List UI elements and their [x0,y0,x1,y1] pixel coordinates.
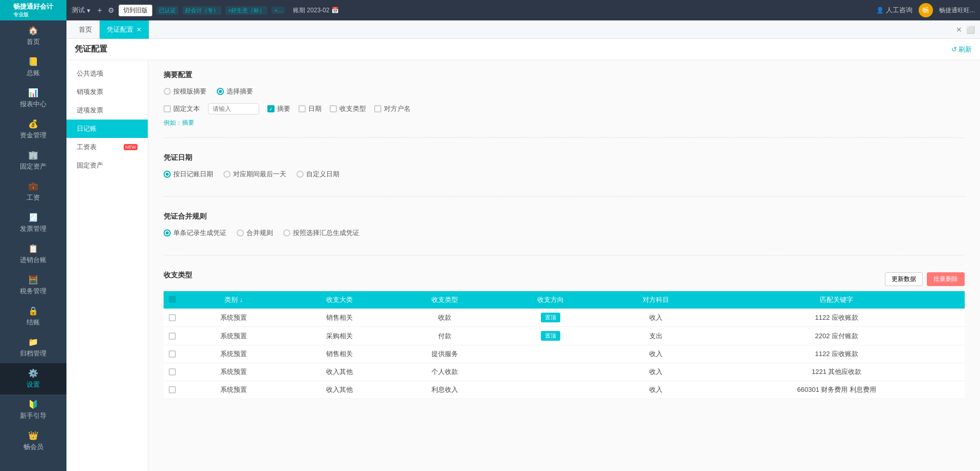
radio-aggregate-circle [283,229,290,237]
add-icon[interactable]: ＋ [96,5,104,16]
row-checkbox-box-3[interactable] [169,350,176,358]
checkbox-income-type[interactable]: 收支类型 [330,104,366,113]
radio-journal-date-label: 按日记账日期 [173,170,213,179]
example-text: 例如：摘要 [164,119,965,127]
tab-home[interactable]: 首页 [72,20,100,39]
sidebar-item-reports[interactable]: 📊 报表中心 [0,83,66,114]
row-checkbox-box-5[interactable] [169,386,176,393]
row-checkbox-4[interactable] [164,363,181,381]
radio-template-summary[interactable]: 按模版摘要 [164,87,207,96]
table-row: 系统预置 采购相关 付款 置顶 支出 2202 应付账款 [164,327,965,345]
radio-merge-rule[interactable]: 合并规则 [237,228,273,238]
radio-select-circle [217,88,224,95]
sidebar-item-home[interactable]: 🏠 首页 [0,20,66,52]
row-checkbox-box-1[interactable] [169,314,176,321]
left-nav-fixed-assets[interactable]: 固定资产 [66,156,148,175]
tag-btn-1[interactable]: 置顶 [541,313,560,322]
tab-close-icon[interactable]: ✕ [136,26,142,33]
row-checkbox-2[interactable] [164,327,181,345]
sidebar-item-settle[interactable]: 🔒 结账 [0,301,66,332]
sidebar-item-member[interactable]: 👑 畅会员 [0,426,66,457]
sidebar-item-archive[interactable]: 📁 归档管理 [0,332,66,363]
row-tag-5 [497,381,603,399]
tag-btn-2[interactable]: 置顶 [541,331,560,341]
radio-merge-rule-label: 合并规则 [246,228,273,238]
left-nav-purchase-invoice[interactable]: 进项发票 [66,101,148,120]
sidebar-item-funds[interactable]: 💰 资金管理 [0,114,66,145]
table-header-row: 类别 ↓ 收支大类 收支类型 收支方向 对方科目 匹配关键字 [164,291,965,309]
header-checkbox-cell[interactable] [164,291,181,309]
checkbox-summary[interactable]: ✓ 摘要 [267,104,290,113]
sidebar-item-ledger[interactable]: 📒 总账 [0,52,66,83]
settle-icon: 🔒 [28,306,38,316]
left-nav-journal[interactable]: 日记账 [66,120,148,138]
checkbox-fixed-text[interactable]: 固定文本 [164,104,200,113]
row-checkbox-5[interactable] [164,381,181,399]
income-expense-section: 收支类型 更新数据 批量删除 类别 ↓ [164,271,965,409]
sidebar-label-guide: 新手引导 [20,411,47,420]
row-checkbox-3[interactable] [164,345,181,363]
funds-icon: 💰 [28,119,38,129]
sidebar-label-tax: 税务管理 [20,287,47,296]
purchase-icon: 📋 [28,244,38,253]
batch-delete-button[interactable]: 批量删除 [927,272,965,286]
sidebar-item-salary[interactable]: 💼 工资 [0,176,66,207]
row-direction-2: 支出 [603,327,709,345]
gear-icon[interactable]: ⚙ [108,6,115,14]
radio-period-last-day[interactable]: 对应期间最后一天 [223,170,286,179]
sidebar-item-tax[interactable]: 🧮 税务管理 [0,270,66,301]
row-category-5: 系统预置 [181,381,286,399]
topbar: 畅捷通好会计 专业版 测试 ▾ ＋ ⚙ 切到旧版 已认证 好会计（专） +好生意… [0,0,980,20]
sidebar-label-settle: 结账 [27,318,40,327]
checkbox-counterparty[interactable]: 对方户名 [374,104,411,113]
row-category-4: 系统预置 [181,363,286,381]
sidebar-label-member: 畅会员 [24,442,43,452]
sidebar-item-settings[interactable]: ⚙️ 设置 [0,363,66,394]
header-checkbox[interactable] [169,296,176,303]
sidebar-label-ledger: 总账 [27,68,40,78]
more-tag: +... [271,7,285,14]
haokuaiji-tag: 好会计（专） [183,6,221,15]
row-checkbox-box-2[interactable] [169,333,176,340]
left-nav-fixed-assets-label: 固定资产 [77,161,103,170]
left-nav-sales-invoice[interactable]: 销项发票 [66,83,148,101]
tax-icon: 🧮 [28,275,38,285]
archive-icon: 📁 [28,337,38,347]
refresh-button[interactable]: ↺ 刷新 [951,45,972,54]
checkbox-date[interactable]: 日期 [299,104,322,113]
settings-icon: ⚙️ [28,368,38,378]
consulting-btn[interactable]: 👤 人工咨询 [876,6,913,15]
avatar[interactable]: 畅 [919,3,933,17]
radio-custom-date[interactable]: 自定义日期 [297,170,339,179]
tab-voucher-config[interactable]: 凭证配置 ✕ [100,20,149,39]
row-major-type-5: 收入其他 [286,381,392,399]
row-checkbox-box-4[interactable] [169,368,176,375]
left-nav-payroll[interactable]: 工资表 NEW [66,138,148,156]
sidebar-item-purchase-sales[interactable]: 📋 进销台账 [0,239,66,270]
tab-maximize-button[interactable]: ⬜ [966,26,975,34]
radio-period-last-day-circle [223,171,231,178]
radio-journal-date[interactable]: 按日记账日期 [164,170,213,179]
radio-merge-rule-circle [237,229,244,237]
sidebar-item-guide[interactable]: 🔰 新手引导 [0,394,66,426]
topbar-dropdown-icon[interactable]: ▾ [87,7,90,14]
merge-rules-title: 凭证合并规则 [164,212,965,221]
tab-minimize-button[interactable]: ✕ [956,26,962,34]
switch-version-button[interactable]: 切到旧版 [119,5,152,16]
row-checkbox-1[interactable] [164,309,181,327]
update-data-button[interactable]: 更新数据 [885,272,923,286]
radio-single-record[interactable]: 单条记录生成凭证 [164,228,226,238]
row-type-2: 付款 [392,327,497,345]
income-expense-table: 类别 ↓ 收支大类 收支类型 收支方向 对方科目 匹配关键字 [164,291,965,399]
new-badge: NEW [124,144,138,150]
fixed-text-input[interactable] [208,103,259,114]
left-nav-journal-label: 日记账 [77,124,97,133]
sidebar-item-fixed-assets[interactable]: 🏢 固定资产 [0,145,66,176]
page-header: 凭证配置 ↺ 刷新 [66,39,980,60]
radio-template-label: 按模版摘要 [173,87,207,96]
sidebar-item-invoices[interactable]: 🧾 发票管理 [0,207,66,239]
row-account-2: 2202 应付账款 [709,327,965,345]
radio-aggregate[interactable]: 按照选择汇总生成凭证 [283,228,359,238]
radio-select-summary[interactable]: 选择摘要 [217,87,253,96]
left-nav-public[interactable]: 公共选项 [66,64,148,83]
